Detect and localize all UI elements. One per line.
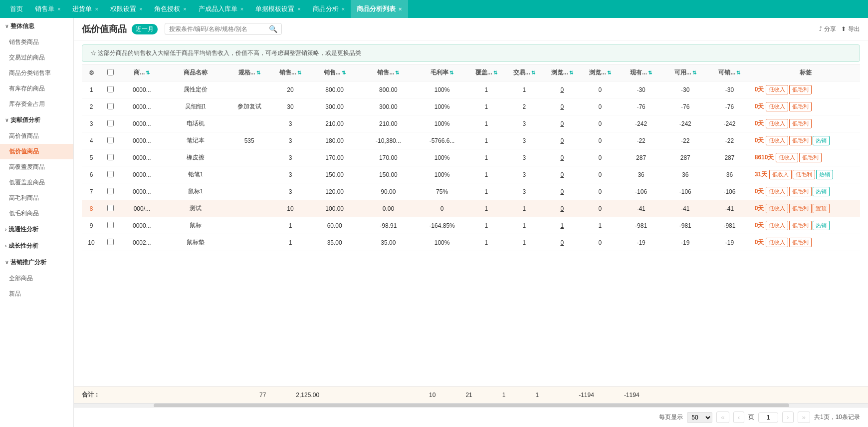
row-checkbox[interactable] <box>107 222 114 228</box>
sort-icon[interactable]: ⇅ <box>607 70 611 75</box>
time-filter-badge[interactable]: 近一月 <box>132 24 158 34</box>
sort-icon[interactable]: ⇅ <box>256 70 260 75</box>
row-checkbox[interactable] <box>107 171 114 177</box>
row-checkbox[interactable] <box>107 154 114 160</box>
export-button[interactable]: ⬆ 导出 <box>841 25 860 33</box>
close-icon[interactable]: × <box>342 6 345 12</box>
sort-icon[interactable]: ⇅ <box>342 70 346 75</box>
sort-icon[interactable]: ⇅ <box>736 70 740 75</box>
share-icon: ⤴ <box>819 25 822 32</box>
sidebar-group-marketing[interactable]: ∨ 营销推广分析 <box>0 254 73 271</box>
sidebar-group-overall[interactable]: ∨ 整体信息 <box>0 18 73 34</box>
next-page-button[interactable]: › <box>782 412 793 423</box>
sort-icon[interactable]: ⇅ <box>531 70 535 75</box>
row-checkbox[interactable] <box>107 86 114 92</box>
row-qty: 1 <box>271 234 309 251</box>
col-views1: 浏览...⇅ <box>543 64 581 81</box>
nav-product-analysis-list[interactable]: 商品分析列表 × <box>351 0 408 18</box>
total-sales: 2,125.00 <box>296 392 319 399</box>
row-transactions: 1 <box>505 81 543 98</box>
page-size-select[interactable]: 50 100 200 <box>687 412 712 423</box>
product-tag: 低收入 <box>766 238 788 247</box>
nav-permissions[interactable]: 权限设置 × <box>104 0 148 18</box>
row-checkbox[interactable] <box>107 188 114 194</box>
product-tag: 低收入 <box>766 221 788 230</box>
sidebar-item-sales-products[interactable]: 销售类商品 <box>0 34 73 50</box>
sort-icon[interactable]: ⇅ <box>297 70 301 75</box>
sidebar-item-high-coverage[interactable]: 高覆盖度商品 <box>0 159 73 175</box>
sidebar-item-stock-products[interactable]: 有库存的商品 <box>0 81 73 96</box>
sidebar-group-liquidity[interactable]: › 流通性分析 <box>0 221 73 238</box>
row-checkbox[interactable] <box>107 103 114 109</box>
sort-icon[interactable]: ⇅ <box>146 70 150 75</box>
settings-icon[interactable]: ⚙ <box>89 69 94 76</box>
sidebar-item-high-margin[interactable]: 高毛利商品 <box>0 190 73 206</box>
row-views1[interactable]: 0 <box>543 149 581 166</box>
row-checkbox[interactable] <box>107 239 114 245</box>
row-views1[interactable]: 0 <box>543 183 581 200</box>
nav-sales-order[interactable]: 销售单 × <box>29 0 66 18</box>
close-icon[interactable]: × <box>399 6 402 12</box>
search-input[interactable] <box>169 25 269 32</box>
total-label: 合计： <box>82 391 100 399</box>
table-row: 8000/...测试10100.000.0001100-41-41-410天低收… <box>82 200 860 217</box>
close-icon[interactable]: × <box>240 6 243 12</box>
row-views1[interactable]: 0 <box>543 166 581 183</box>
row-sales1: 180.00 <box>309 132 360 149</box>
sidebar-item-inventory-capital[interactable]: 库存资金占用 <box>0 96 73 112</box>
row-transactions: 1 <box>505 217 543 234</box>
search-icon[interactable]: 🔍 <box>269 25 277 33</box>
col-settings[interactable]: ⚙ <box>82 64 101 81</box>
page-number-input[interactable] <box>758 413 778 423</box>
last-page-button[interactable]: » <box>798 412 810 423</box>
nav-order-template[interactable]: 单据模板设置 × <box>249 0 306 18</box>
sort-icon[interactable]: ⇅ <box>395 70 399 75</box>
row-views1[interactable]: 1 <box>543 217 581 234</box>
sort-icon[interactable]: ⇅ <box>493 70 497 75</box>
sidebar-item-low-coverage[interactable]: 低覆盖度商品 <box>0 175 73 190</box>
prev-page-button[interactable]: ‹ <box>733 412 744 423</box>
row-views1[interactable]: 0 <box>543 200 581 217</box>
close-icon[interactable]: × <box>183 6 186 12</box>
row-views1[interactable]: 0 <box>543 115 581 132</box>
close-icon[interactable]: × <box>297 6 300 12</box>
row-views2: 0 <box>581 166 619 183</box>
row-checkbox[interactable] <box>107 205 114 211</box>
first-page-button[interactable]: « <box>716 412 729 423</box>
row-views1[interactable]: 0 <box>543 132 581 149</box>
sort-icon[interactable]: ⇅ <box>569 70 573 75</box>
row-views1[interactable]: 0 <box>543 98 581 115</box>
sidebar-group-contribution[interactable]: ∨ 贡献值分析 <box>0 112 73 128</box>
sidebar-item-low-margin[interactable]: 低毛利商品 <box>0 206 73 221</box>
sort-icon[interactable]: ⇅ <box>692 70 696 75</box>
horizontal-scrollbar[interactable] <box>74 403 868 407</box>
close-icon[interactable]: × <box>57 6 60 12</box>
nav-product-inbound[interactable]: 产成品入库单 × <box>193 0 249 18</box>
sidebar-group-growth[interactable]: › 成长性分析 <box>0 238 73 254</box>
share-button[interactable]: ⤴ 分享 <box>819 25 836 33</box>
row-checkbox[interactable] <box>107 120 114 126</box>
sidebar-item-category-sales-rate[interactable]: 商品分类销售率 <box>0 65 73 81</box>
nav-product-analysis[interactable]: 商品分析 × <box>307 0 351 18</box>
sidebar-item-all-products[interactable]: 全部商品 <box>0 271 73 286</box>
close-icon[interactable]: × <box>95 6 98 12</box>
sort-icon[interactable]: ⇅ <box>648 70 652 75</box>
row-available-stock: 287 <box>663 149 707 166</box>
select-all-checkbox[interactable] <box>107 69 114 75</box>
sidebar-item-new-products[interactable]: 新品 <box>0 286 73 302</box>
row-checkbox[interactable] <box>107 137 114 143</box>
sidebar-item-high-value[interactable]: 高价值商品 <box>0 128 73 144</box>
row-views1[interactable]: 0 <box>543 234 581 251</box>
nav-home[interactable]: 首页 <box>4 0 29 18</box>
row-views2: 0 <box>581 98 619 115</box>
row-transactions: 3 <box>505 166 543 183</box>
total-views2: 1 <box>535 392 539 399</box>
close-icon[interactable]: × <box>139 6 142 12</box>
nav-purchase-order[interactable]: 进货单 × <box>66 0 104 18</box>
sidebar-item-traded-products[interactable]: 交易过的商品 <box>0 50 73 65</box>
sort-icon[interactable]: ⇅ <box>449 70 453 75</box>
col-views2: 浏览...⇅ <box>581 64 619 81</box>
nav-role-auth[interactable]: 角色授权 × <box>148 0 192 18</box>
sidebar-item-low-value[interactable]: 低价值商品 <box>0 144 73 159</box>
row-views1[interactable]: 0 <box>543 81 581 98</box>
